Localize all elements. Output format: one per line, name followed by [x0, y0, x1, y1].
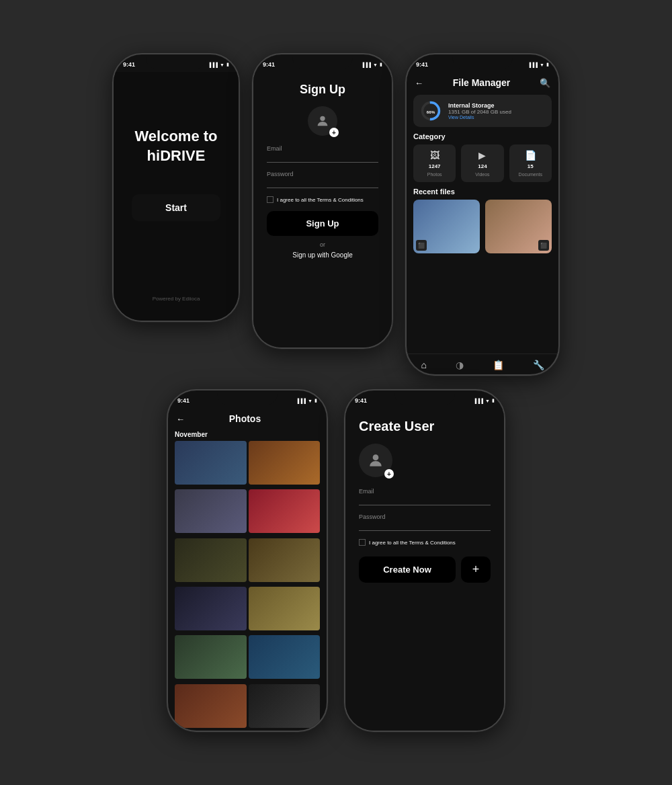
email-input-line: [267, 162, 378, 163]
fm-back-button[interactable]: ←: [415, 78, 423, 88]
photo-4[interactable]: [249, 489, 321, 533]
status-time-signup: 9:41: [263, 61, 275, 68]
photo-1[interactable]: [175, 441, 247, 485]
google-signup-text[interactable]: Sign up with Google: [292, 251, 353, 259]
recent-files-row: ⬛ ⬛: [407, 200, 558, 253]
password-input-line: [267, 188, 378, 188]
settings-nav-icon[interactable]: 🔧: [533, 360, 544, 370]
file-nav-icon[interactable]: 📋: [493, 360, 504, 370]
category-videos[interactable]: ▶ 124 Videos: [461, 144, 503, 182]
month-label: November: [168, 428, 327, 441]
signal-icon: ▐▐▐: [361, 63, 371, 67]
terms-checkbox-create[interactable]: [359, 539, 366, 546]
wifi-icon: ▼: [220, 63, 224, 67]
signup-button[interactable]: Sign Up: [267, 211, 378, 236]
docs-label: Documents: [519, 172, 542, 177]
status-time-welcome: 9:41: [123, 61, 135, 68]
photo-5[interactable]: [175, 538, 247, 582]
password-input-create: [359, 530, 491, 531]
photo-11[interactable]: [175, 684, 247, 728]
battery-icon: ▮: [546, 62, 549, 67]
phone-welcome: 9:41 ▐▐▐ ▼ ▮ Welcome to hiDRIVE Start Po…: [112, 53, 240, 322]
password-field-signup[interactable]: Password: [267, 171, 378, 188]
screen-fm: 9:41 ▐▐▐ ▼ ▮ ← File Manager 🔍 66%: [407, 54, 558, 374]
notch-signup: [292, 54, 353, 69]
photos-title: Photos: [190, 413, 300, 424]
phone-create-user: 9:41 ▐▐▐ ▼ ▮ Create User + Email: [344, 389, 505, 732]
create-now-button[interactable]: Create Now: [359, 556, 456, 583]
start-button[interactable]: Start: [132, 194, 220, 221]
terms-row-signup[interactable]: I agree to all the Terms & Conditions: [267, 196, 378, 203]
password-field-create[interactable]: Password: [359, 513, 491, 531]
fm-header: ← File Manager 🔍: [407, 72, 558, 92]
docs-count: 15: [528, 163, 534, 169]
create-user-avatar[interactable]: +: [359, 444, 392, 477]
welcome-title: Welcome to hiDRIVE: [127, 107, 225, 165]
status-icons-create-user: ▐▐▐ ▼ ▮: [473, 398, 495, 403]
svg-point-4: [373, 454, 379, 460]
create-user-content: Create User + Email Password: [345, 408, 504, 731]
signal-icon: ▐▐▐: [296, 399, 306, 403]
photos-label: Photos: [427, 172, 442, 177]
create-user-title: Create User: [359, 419, 434, 434]
photo-12[interactable]: [249, 684, 321, 728]
fm-title: File Manager: [453, 77, 511, 88]
videos-count: 124: [478, 163, 487, 169]
user-icon: [315, 114, 330, 128]
email-field-signup[interactable]: Email: [267, 145, 378, 163]
photo-6[interactable]: [249, 538, 321, 582]
battery-icon: ▮: [314, 398, 317, 403]
photos-icon: 🖼: [430, 150, 439, 161]
add-badge-create: +: [384, 469, 394, 479]
bottom-phones-row: 9:41 ▐▐▐ ▼ ▮ ← Photos November: [167, 389, 505, 732]
add-badge: +: [329, 128, 339, 137]
recent-file-1[interactable]: ⬛: [413, 200, 480, 253]
videos-label: Videos: [475, 172, 489, 177]
status-time-create-user: 9:41: [355, 397, 367, 404]
storage-used: 1351 GB of 2048 GB used: [448, 109, 545, 115]
signal-icon: ▐▐▐: [208, 63, 218, 67]
clock-nav-icon[interactable]: ◑: [456, 360, 464, 370]
photo-10[interactable]: [249, 635, 321, 679]
photos-back-button[interactable]: ←: [176, 414, 185, 424]
notch-welcome: [146, 54, 206, 69]
password-label-create: Password: [359, 513, 491, 520]
avatar-add-photo[interactable]: +: [308, 106, 337, 136]
battery-icon: ▮: [492, 398, 495, 403]
fm-search-button[interactable]: 🔍: [540, 78, 550, 88]
status-time-fm: 9:41: [416, 61, 428, 68]
notch-fm: [452, 54, 513, 69]
terms-row-create[interactable]: I agree to all the Terms & Conditions: [359, 539, 491, 546]
battery-icon: ▮: [226, 62, 229, 67]
home-nav-icon[interactable]: ⌂: [421, 360, 426, 370]
powered-by-text: Powered by Ediioca: [153, 296, 200, 302]
photos-count: 1247: [429, 163, 441, 169]
photo-7[interactable]: [175, 587, 247, 630]
photo-2[interactable]: [249, 441, 321, 485]
photo-8[interactable]: [249, 587, 321, 630]
storage-name: Internal Storage: [448, 102, 545, 109]
email-field-create[interactable]: Email: [359, 488, 491, 505]
recent-file-2[interactable]: ⬛: [485, 200, 552, 253]
phone-signup: 9:41 ▐▐▐ ▼ ▮ Sign Up + Email: [252, 53, 393, 349]
terms-text-create: I agree to all the Terms & Conditions: [369, 540, 456, 546]
or-text-signup: or: [320, 241, 325, 248]
storage-link[interactable]: View Details: [448, 115, 545, 120]
photo-9[interactable]: [175, 635, 247, 679]
storage-card[interactable]: 66% Internal Storage 1351 GB of 2048 GB …: [413, 95, 552, 127]
notch-create-user: [394, 390, 455, 405]
terms-checkbox-signup[interactable]: [267, 196, 274, 203]
docs-icon: 📄: [525, 150, 536, 161]
user-icon-create: [367, 452, 384, 469]
plus-button[interactable]: +: [461, 556, 491, 583]
status-icons-welcome: ▐▐▐ ▼ ▮: [208, 62, 229, 67]
screen-signup-container: 9:41 ▐▐▐ ▼ ▮ Sign Up + Email: [253, 54, 392, 347]
photo-3[interactable]: [175, 489, 247, 533]
wifi-icon: ▼: [540, 63, 544, 67]
create-now-row: Create Now +: [359, 556, 491, 583]
screen-photos: 9:41 ▐▐▐ ▼ ▮ ← Photos November: [168, 390, 327, 731]
category-docs[interactable]: 📄 15 Documents: [509, 144, 552, 182]
category-photos[interactable]: 🖼 1247 Photos: [413, 144, 456, 182]
category-label: Category: [407, 132, 558, 144]
videos-icon: ▶: [478, 150, 486, 161]
